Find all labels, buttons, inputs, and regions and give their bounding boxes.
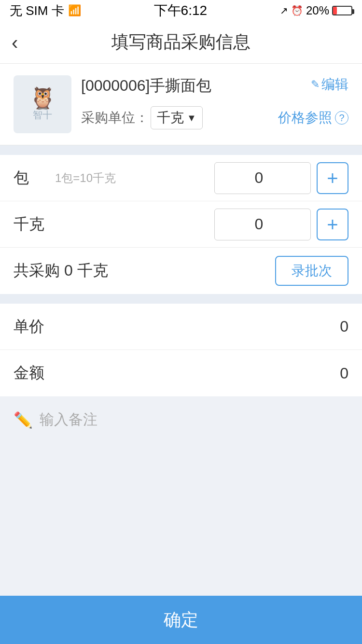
location-icon: ↗ (280, 5, 288, 16)
price-value: 0 (340, 318, 348, 336)
confirm-bar[interactable]: 确定 (0, 596, 362, 644)
alarm-icon: ⏰ (291, 5, 303, 16)
dropdown-icon: ▼ (187, 112, 196, 124)
kg-label: 千克 (14, 214, 52, 235)
kg-plus-button[interactable]: + (317, 209, 348, 240)
product-name: [0000006]手撕面包 (81, 75, 211, 97)
amount-label: 金额 (14, 363, 44, 384)
status-time: 下午6:12 (154, 1, 208, 20)
product-image: 🦉 智十 (14, 75, 71, 133)
product-unit-row: 采购单位： 千克 ▼ 价格参照 ? (81, 106, 348, 129)
bag-input[interactable] (214, 162, 311, 194)
note-placeholder: 输入备注 (40, 410, 97, 430)
edit-button[interactable]: ✎ 编辑 (311, 75, 348, 94)
pencil-icon: ✏️ (14, 411, 33, 429)
total-text: 共采购 0 千克 (14, 260, 108, 281)
note-section[interactable]: ✏️ 输入备注 (0, 396, 362, 443)
status-right: ↗ ⏰ 20% (280, 4, 352, 17)
kg-input-wrap: + (52, 209, 348, 240)
price-label: 单价 (14, 316, 44, 337)
help-icon: ? (335, 111, 348, 125)
kg-input-row: 千克 + (0, 201, 362, 248)
product-header: [0000006]手撕面包 ✎ 编辑 (81, 75, 348, 97)
product-card: 🦉 智十 [0000006]手撕面包 ✎ 编辑 采购单位： 千克 ▼ 价格参照 (0, 64, 362, 145)
back-button[interactable]: ‹ (12, 33, 18, 52)
confirm-button[interactable]: 确定 (164, 608, 198, 632)
status-left: 无 SIM 卡 📶 (10, 2, 81, 19)
bag-input-row: 包 1包=10千克 + (0, 155, 362, 201)
section-divider-1 (0, 145, 362, 155)
price-ref-button[interactable]: 价格参照 ? (278, 109, 348, 127)
price-amount-section: 单价 0 金额 0 (0, 304, 362, 396)
total-row: 共采购 0 千克 录批次 (0, 248, 362, 294)
kg-input[interactable] (214, 209, 311, 240)
product-image-text: 智十 (29, 109, 56, 122)
carrier-label: 无 SIM 卡 (10, 2, 64, 19)
unit-select[interactable]: 千克 ▼ (151, 106, 203, 129)
unit-label: 采购单位： (81, 109, 149, 127)
wifi-icon: 📶 (68, 4, 81, 17)
amount-row: 金额 0 (0, 350, 362, 396)
battery-icon (332, 6, 352, 15)
status-bar: 无 SIM 卡 📶 下午6:12 ↗ ⏰ 20% (0, 0, 362, 21)
bag-sub-label: 1包=10千克 (55, 170, 116, 186)
product-image-icon: 🦉 (29, 87, 56, 109)
input-section: 包 1包=10千克 + 千克 + (0, 155, 362, 248)
record-batch-button[interactable]: 录批次 (275, 256, 348, 286)
section-divider-2 (0, 294, 362, 304)
product-info: [0000006]手撕面包 ✎ 编辑 采购单位： 千克 ▼ 价格参照 ? (81, 75, 348, 129)
page-title: 填写商品采购信息 (111, 30, 251, 54)
bag-plus-button[interactable]: + (317, 162, 348, 194)
bag-label: 包 (14, 168, 52, 189)
price-row: 单价 0 (0, 304, 362, 350)
bag-input-wrap: + (116, 162, 348, 194)
nav-bar: ‹ 填写商品采购信息 (0, 21, 362, 64)
battery-percent: 20% (306, 4, 329, 17)
amount-value: 0 (340, 364, 348, 382)
